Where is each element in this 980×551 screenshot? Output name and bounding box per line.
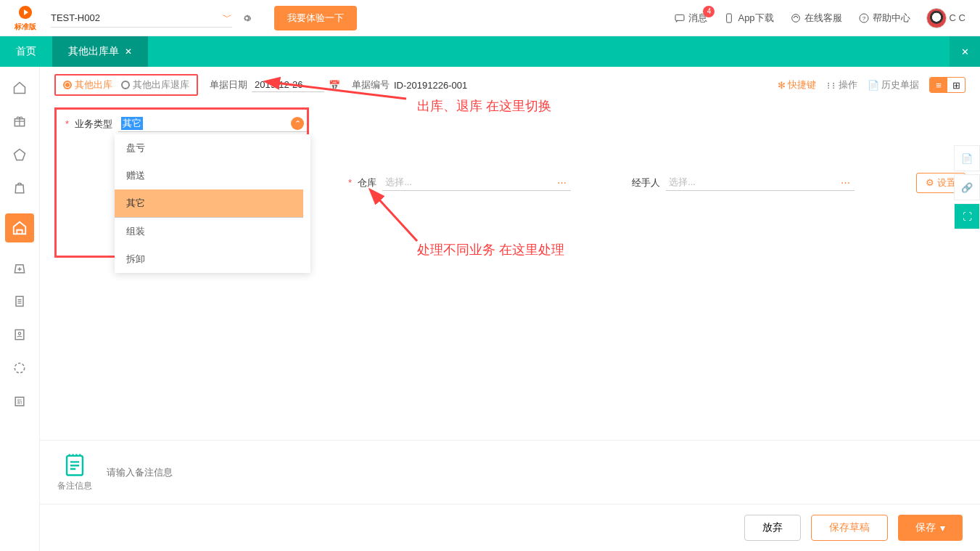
save-draft-button[interactable]: 保存草稿 [811,515,888,541]
nav-warehouse-icon[interactable] [5,213,34,242]
svg-rect-1 [727,14,732,23]
delete-icon[interactable]: 🗑 [942,272,950,282]
delete-icon[interactable]: 🗑 [942,291,950,301]
close-all-tabs[interactable]: ✕ [950,36,980,67]
nav-new-icon[interactable]: 新 [12,393,28,409]
workspace-select[interactable]: TEST-H002 ﹀ [51,8,232,28]
history-link[interactable]: 📄 历史单据 [868,78,919,91]
dd-option-0[interactable]: 盘亏 [115,134,310,162]
avatar [926,8,947,28]
close-icon[interactable]: ✕ [125,46,132,57]
online-service-link[interactable]: 在线客服 [790,12,842,25]
table-row[interactable]: 8🗑⊕ [41,287,980,306]
rail-expand-icon[interactable]: ⛶ [954,203,980,229]
view-grid-icon[interactable]: ⊞ [947,78,965,92]
gear-icon[interactable] [241,12,252,24]
svg-point-2 [791,14,799,22]
subtotal-label: 小计 [41,365,355,387]
memo-icon: 备注信息 [57,452,92,492]
svg-text:新: 新 [17,399,22,405]
radio-return[interactable]: 其他出库退库 [121,78,189,91]
memo-input[interactable] [107,467,963,478]
table-row[interactable]: 11🗑⊕ [41,346,980,365]
nav-contact-icon[interactable] [12,327,28,343]
biz-type-select[interactable]: 其它 ⌃ [118,115,307,132]
rail-doc-icon[interactable]: 📄 [954,145,980,171]
message-badge: 4 [703,6,715,17]
chevron-down-icon: ▾ [940,522,945,534]
biz-type-label: 业务类型 [75,118,112,131]
radio-out[interactable]: 其他出库 [63,78,112,91]
mode-radio-group: 其他出库 其他出库退库 [54,74,198,96]
svg-point-8 [18,332,20,335]
table-row[interactable]: 9🗑⊕ [41,306,980,326]
more-icon[interactable]: ⋯ [841,177,852,188]
right-rail: 📄 🔗 ⛶ [954,145,980,229]
app-download-link[interactable]: App下载 [723,12,773,25]
dd-option-1[interactable]: 赠送 [115,162,310,189]
chevron-down-icon: ﹀ [223,11,232,24]
operate-link[interactable]: ⫶⫶ 操作 [826,78,857,91]
messages-link[interactable]: 消息 4 [674,12,707,25]
dd-option-3[interactable]: 组装 [115,218,310,245]
doc-date-value[interactable]: 2019-12-26 [252,78,324,92]
add-icon[interactable]: ⊕ [953,311,960,321]
more-icon[interactable]: ⋯ [557,177,568,188]
subtotal-amount: 0.00 [586,365,725,387]
dd-option-4[interactable]: 拆卸 [115,245,310,273]
doc-date-field: 单据日期 2019-12-26 📅 [210,78,340,92]
doc-number-field: 单据编号 ID-20191226-001 [352,78,467,91]
calendar-icon[interactable]: 📅 [329,80,340,91]
delete-icon[interactable]: 🗑 [942,311,950,321]
chevron-up-icon: ⌃ [291,117,304,130]
dd-option-2[interactable]: 其它 [115,189,303,218]
handler-label: 经手人 [632,176,660,189]
rail-link-icon[interactable]: 🔗 [954,174,980,200]
nav-bag-icon[interactable] [12,180,28,196]
discard-button[interactable]: 放弃 [744,515,801,541]
add-icon[interactable]: ⊕ [953,350,960,360]
hotkey-link[interactable]: ✻ 快捷键 [778,78,816,91]
logo: 标准版 [15,4,36,32]
workspace-name: TEST-H002 [51,12,100,23]
view-list-icon[interactable]: ≡ [930,78,947,92]
delete-icon[interactable]: 🗑 [942,330,950,340]
nav-money-icon[interactable] [12,260,28,276]
experience-button[interactable]: 我要体验一下 [274,6,357,30]
svg-text:?: ? [862,15,865,21]
add-icon[interactable]: ⊕ [953,330,960,340]
user-menu[interactable]: C C [926,8,965,28]
nav-home-icon[interactable] [12,80,28,96]
sidebar: 新 [0,67,40,551]
view-toggle: ≡ ⊞ [929,77,965,93]
biz-type-dropdown: 盘亏 赠送 其它 组装 拆卸 [115,134,310,273]
warehouse-label: 仓库 [358,176,376,189]
nav-clipboard-icon[interactable] [12,293,28,309]
svg-point-9 [15,363,24,372]
tab-other-out[interactable]: 其他出库单✕ [52,36,148,67]
subtotal-qty: 0.00 [355,365,448,387]
svg-rect-0 [675,15,684,20]
delete-icon[interactable]: 🗑 [942,350,950,360]
table-row[interactable]: 10🗑⊕ [41,326,980,346]
handler-select[interactable]: 选择... ⋯ [666,174,855,191]
doc-number-value: ID-20191226-001 [394,80,467,91]
nav-pentagon-icon[interactable] [12,147,28,163]
add-icon[interactable]: ⊕ [953,272,960,282]
warehouse-select[interactable]: 选择... ⋯ [382,174,571,191]
add-icon[interactable]: ⊕ [953,291,960,301]
tab-home[interactable]: 首页 [0,36,52,67]
biz-type-value: 其它 [121,117,143,130]
nav-gift-icon[interactable] [12,113,28,129]
save-button[interactable]: 保存 ▾ [898,515,963,541]
help-center-link[interactable]: ? 帮助中心 [858,12,910,25]
nav-loading-icon[interactable] [12,360,28,376]
